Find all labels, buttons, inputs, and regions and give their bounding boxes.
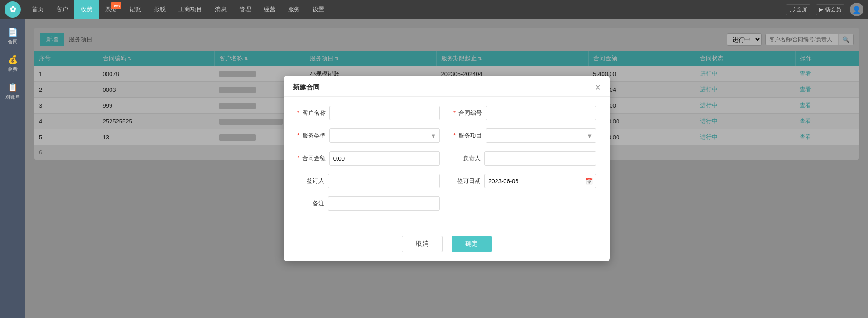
nav-item-business[interactable]: 工商项目 [172,0,208,19]
contract-no-field: * 合同编号 [453,106,596,120]
sidebar-item-contract[interactable]: 📄 合同 [1,24,24,49]
avatar[interactable]: 👤 [850,3,863,16]
cancel-button[interactable]: 取消 [402,236,443,252]
fullscreen-button[interactable]: ⛶ 全屏 [786,4,810,15]
form-row-5: 备注 [297,196,596,211]
main-layout: 📄 合同 💰 收费 📋 对账单 新增 服务项目 进行中 已完成 已终止 [0,19,868,318]
sign-date-wrapper: 📅 [484,174,596,188]
nav-item-settings[interactable]: 设置 [306,0,331,19]
service-type-field: * 服务类型 ▼ [297,128,440,143]
nav-item-fee[interactable]: 收费 [74,0,99,19]
sign-date-field: 签订日期 📅 [453,174,596,188]
service-type-select-wrapper: ▼ [329,128,440,143]
content-area: 新增 服务项目 进行中 已完成 已终止 🔍 [25,19,868,318]
nav-item-message[interactable]: 消息 [208,0,233,19]
customer-name-field: * 客户名称 [297,106,440,120]
remark-input[interactable] [328,196,440,211]
fee-icon: 💰 [8,55,18,65]
nav-item-accounting[interactable]: 记账 [123,0,148,19]
remark-field: 备注 [297,196,440,211]
sidebar-item-statement[interactable]: 📋 对账单 [1,79,24,104]
form-row-1: * 客户名称 * 合同编号 [297,106,596,120]
service-project-select[interactable] [486,128,596,143]
signatory-input[interactable] [328,174,440,188]
responsible-person-label: 负责人 [453,154,481,162]
sign-date-label: 签订日期 [453,177,481,185]
sidebar-item-fee[interactable]: 💰 收费 [1,51,24,76]
contract-amount-field: * 合同金额 [297,151,440,166]
modal-close-button[interactable]: ✕ [595,83,601,92]
contract-icon: 📄 [8,27,18,37]
service-type-label: * 服务类型 [297,132,326,140]
form-row-4: 签订人 签订日期 📅 [297,174,596,188]
nav-menu: 首页 客户 收费 票据 new 记账 报税 工商项目 消息 管理 经营 服务 设… [25,0,786,19]
modal-title: 新建合同 [293,83,320,92]
customer-name-input[interactable] [329,106,440,120]
nav-right-area: ⛶ 全屏 ▶ 畅会员 👤 [786,3,863,16]
contract-amount-input[interactable] [329,151,440,166]
customer-name-label: * 客户名称 [297,109,326,117]
service-type-select[interactable] [329,128,440,143]
nav-item-home[interactable]: 首页 [25,0,50,19]
nav-item-invoice[interactable]: 票据 new [99,0,123,19]
top-navigation: ✿ 首页 客户 收费 票据 new 记账 报税 工商项目 消息 管理 经营 服务… [0,0,868,19]
modal-overlay: 新建合同 ✕ * 客户名称 [25,19,868,318]
statement-icon: 📋 [8,82,18,92]
new-contract-modal: 新建合同 ✕ * 客户名称 [284,76,610,261]
responsible-person-field: 负责人 [453,151,596,166]
confirm-button[interactable]: 确定 [452,236,492,252]
modal-body: * 客户名称 * 合同编号 [284,97,610,228]
nav-item-operation[interactable]: 经营 [257,0,282,19]
modal-header: 新建合同 ✕ [284,76,610,97]
contract-amount-label: * 合同金额 [297,154,326,162]
fullscreen-icon: ⛶ [789,6,795,13]
remark-label: 备注 [297,199,324,208]
signatory-label: 签订人 [297,177,324,185]
form-row-3: * 合同金额 负责人 [297,151,596,166]
responsible-person-input[interactable] [484,151,596,166]
signatory-field: 签订人 [297,174,440,188]
logo: ✿ [5,1,21,18]
nav-item-tax[interactable]: 报税 [148,0,172,19]
nav-item-service[interactable]: 服务 [282,0,306,19]
play-icon: ▶ [819,6,823,13]
nav-item-manage[interactable]: 管理 [233,0,257,19]
contract-no-input[interactable] [486,106,596,120]
sign-date-input[interactable] [484,174,596,188]
member-button[interactable]: ▶ 畅会员 [816,4,844,15]
modal-footer: 取消 确定 [284,228,610,261]
contract-no-label: * 合同编号 [453,109,482,117]
nav-item-customer[interactable]: 客户 [50,0,74,19]
new-badge: new [111,2,121,9]
service-project-select-wrapper: ▼ [486,128,596,143]
service-project-label: * 服务项目 [453,132,482,140]
service-project-field: * 服务项目 ▼ [453,128,596,143]
form-row-2: * 服务类型 ▼ * 服务项目 [297,128,596,143]
sidebar: 📄 合同 💰 收费 📋 对账单 [0,19,25,318]
